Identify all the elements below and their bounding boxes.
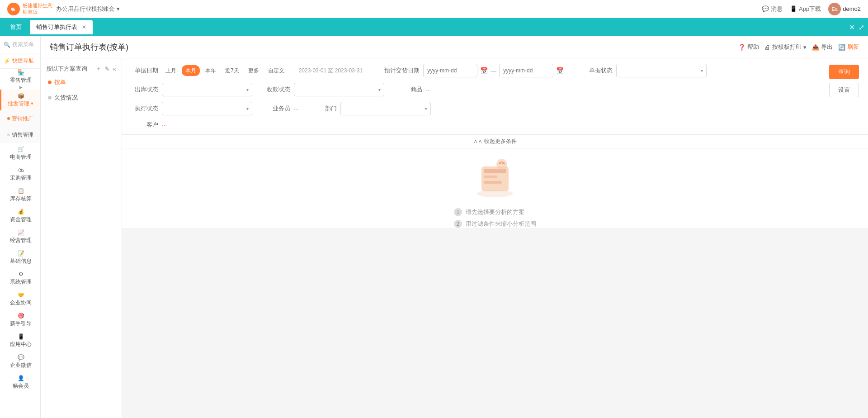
tab-list: 首页 销售订单执行表 ✕ — [4, 20, 93, 34]
tab-bar-actions: ✕ ⤢ — [849, 23, 864, 32]
basic-info-icon: 📝 — [18, 250, 24, 256]
newbie-icon: 🎯 — [18, 313, 24, 319]
dept-select[interactable] — [340, 102, 431, 115]
export-button[interactable]: 📤 导出 — [812, 43, 833, 51]
purchase-icon: 🛍 — [18, 167, 24, 173]
exec-status-select[interactable] — [162, 102, 252, 115]
tab-close-icon[interactable]: ✕ — [82, 24, 86, 30]
sidebar-item-finance[interactable]: 💰 资金管理 — [0, 205, 40, 226]
sidebar-item-retail[interactable]: 🏪 零售管理 ▶ — [0, 69, 40, 90]
customer-select-button[interactable]: ··· — [162, 122, 167, 128]
sidebar-sub-item-marketing[interactable]: 营销推广 — [0, 110, 40, 127]
svg-point-9 — [502, 162, 504, 164]
step-num-1: 1 — [454, 208, 462, 216]
content-area: 销售订单执行表(按单) ❓ 帮助 🖨 按模板打印 ▾ 📤 导出 — [41, 36, 868, 418]
sidebar-item-member[interactable]: 👤 畅会员 — [0, 372, 40, 393]
message-button[interactable]: 💬 消息 — [762, 5, 783, 13]
logo[interactable]: 畅 畅捷通好生意 标准版 — [7, 3, 52, 15]
template-print-label: 按模板打印 — [772, 43, 802, 51]
operation-label: 经营管理 — [10, 237, 32, 244]
date-tab-7days[interactable]: 近7天 — [222, 65, 243, 76]
delivery-status-select[interactable] — [162, 83, 252, 96]
user-menu[interactable]: Ea demo2 — [828, 3, 861, 15]
sidebar-item-enterprise[interactable]: 🤝 企业协同 — [0, 289, 40, 309]
date-tab-more[interactable]: 更多 — [245, 65, 263, 76]
expected-date-start[interactable] — [423, 64, 477, 77]
scheme-item-by-order[interactable]: 按单 — [41, 75, 122, 90]
sidebar-item-operation[interactable]: 📈 经营管理 — [0, 226, 40, 247]
date-tab-current-month[interactable]: 本月 — [182, 65, 200, 76]
tab-home-label: 首页 — [10, 23, 22, 31]
tab-sales-order[interactable]: 销售订单执行表 ✕ — [30, 20, 93, 34]
calendar-end-icon: 📅 — [556, 67, 564, 74]
date-tab-current-year[interactable]: 本年 — [202, 65, 220, 76]
member-label: 畅会员 — [13, 382, 29, 390]
scheme-inactive-dot — [48, 96, 52, 100]
tab-expand-button[interactable]: ⤢ — [859, 23, 864, 32]
scheme-item-shortage[interactable]: 欠货情况 — [41, 90, 122, 105]
delivery-select-wrapper: ▾ — [162, 83, 252, 96]
product-select-button[interactable]: ··· — [426, 86, 431, 93]
export-label: 导出 — [821, 43, 833, 51]
expected-date-label: 预计交货日期 — [384, 66, 420, 75]
page-title-row: 销售订单执行表(按单) ❓ 帮助 🖨 按模板打印 ▾ 📤 导出 — [50, 42, 859, 52]
collapse-bar[interactable]: ∧∧ 收起更多条件 — [122, 135, 868, 148]
date-tab-custom[interactable]: 自定义 — [264, 65, 288, 76]
salesperson-select-button[interactable]: ··· — [294, 105, 299, 112]
sidebar-sub-item-sales[interactable]: 销售管理 — [0, 127, 40, 143]
customer-field: 客户 ··· — [131, 121, 167, 129]
search-button[interactable]: 查询 — [829, 65, 859, 79]
top-bar-right: 💬 消息 📱 App下载 Ea demo2 — [762, 3, 861, 15]
sidebar-item-wholesale[interactable]: 📦 批发管理 ▼ — [0, 90, 40, 110]
dept-select-wrapper: ▾ — [340, 102, 431, 115]
payment-status-label: 收款状态 — [263, 86, 290, 94]
top-bar: 畅 畅捷通好生意 标准版 办公用品行业模拟账套 ▾ 💬 消息 📱 App下载 E… — [0, 0, 868, 18]
collapse-up-icon: ∧∧ — [473, 138, 482, 144]
empty-illustration — [468, 148, 522, 203]
date-tab-last-month[interactable]: 上月 — [162, 65, 180, 76]
collapse-scheme-button[interactable]: « — [113, 65, 116, 72]
enterprise-icon: 🤝 — [18, 292, 24, 298]
sidebar-item-newbie[interactable]: 🎯 新手引导 — [0, 309, 40, 330]
sidebar-item-purchase[interactable]: 🛍 采购管理 — [0, 164, 40, 185]
exec-status-field: 执行状态 ▾ — [131, 102, 252, 115]
date-label: 单据日期 — [131, 66, 158, 75]
template-print-button[interactable]: 🖨 按模板打印 ▾ — [764, 43, 807, 51]
operation-icon: 📈 — [18, 229, 24, 236]
top-bar-left: 畅 畅捷通好生意 标准版 办公用品行业模拟账套 ▾ — [7, 3, 120, 15]
tab-home[interactable]: 首页 — [4, 20, 28, 34]
app-selector[interactable]: 办公用品行业模拟账套 ▾ — [56, 5, 120, 13]
empty-step-1: 1 请先选择要分析的方案 — [454, 208, 536, 216]
doc-status-label: 单据状态 — [585, 66, 613, 75]
filter-row-1: 单据日期 上月 本月 本年 近7天 更多 自定义 — [131, 64, 818, 77]
ecommerce-icon: 🛒 — [18, 146, 24, 152]
sidebar-item-quick-nav[interactable]: ⚡ 快捷导航 — [0, 53, 40, 69]
delivery-status-label: 出库状态 — [131, 86, 158, 94]
filter-content: 单据日期 上月 本月 本年 近7天 更多 自定义 — [122, 58, 868, 418]
retail-icon: 🏪 — [18, 69, 24, 76]
sidebar-item-ecommerce[interactable]: 🛒 电商管理 — [0, 143, 40, 164]
sidebar-item-app-center[interactable]: 📱 应用中心 — [0, 330, 40, 351]
expected-date-field: 预计交货日期 📅 — 📅 — [384, 64, 564, 77]
calendar-start-icon: 📅 — [480, 67, 488, 74]
help-button[interactable]: ❓ 帮助 — [738, 43, 759, 51]
chevron-down-icon: ▼ — [30, 101, 34, 106]
sidebar-item-search[interactable]: 🔍 搜索菜单 — [0, 36, 40, 53]
sidebar-item-system[interactable]: ⚙ 系统管理 — [0, 268, 40, 289]
app-download-button[interactable]: 📱 App下载 — [790, 5, 821, 13]
edit-scheme-button[interactable]: ✎ — [104, 65, 110, 72]
sidebar-item-wechat[interactable]: 💬 企业微信 — [0, 351, 40, 372]
tab-close-window-button[interactable]: ✕ — [849, 23, 855, 32]
sidebar-item-basic-info[interactable]: 📝 基础信息 — [0, 247, 40, 268]
avatar: Ea — [828, 3, 841, 15]
payment-status-select[interactable] — [294, 83, 384, 96]
sidebar-item-inventory[interactable]: 📋 库存核算 — [0, 185, 40, 205]
expected-date-end[interactable] — [499, 64, 553, 77]
settings-button[interactable]: 设置 — [829, 83, 859, 97]
retail-label: 零售管理 — [10, 76, 32, 84]
refresh-button[interactable]: 🔄 刷新 — [838, 43, 859, 51]
add-scheme-button[interactable]: ＋ — [95, 65, 102, 73]
inventory-label: 库存核算 — [10, 195, 32, 203]
date-field: 单据日期 上月 本月 本年 近7天 更多 自定义 — [131, 65, 288, 76]
doc-status-select[interactable] — [616, 64, 707, 77]
